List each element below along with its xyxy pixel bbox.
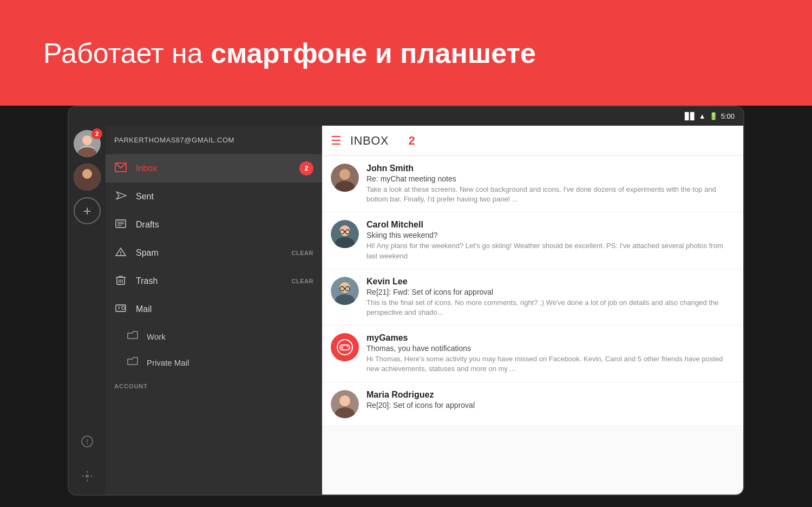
- add-account-button[interactable]: +: [74, 197, 101, 224]
- trash-icon: [114, 275, 127, 288]
- account-section-label: ACCOUNT: [106, 375, 322, 397]
- battery-icon: 🔋: [709, 112, 718, 120]
- banner-text: Работает на смартфоне и планшете: [43, 37, 536, 69]
- account-badge-1: 2: [91, 128, 102, 139]
- svg-point-10: [86, 474, 89, 478]
- email-subject-3: Re[21]: Fwd: Set of icons for approval: [366, 288, 735, 296]
- account-avatar-2[interactable]: [74, 164, 101, 191]
- nav-item-trash[interactable]: Trash CLEAR: [106, 267, 322, 295]
- sent-icon: [114, 191, 127, 203]
- email-content-3: Kevin Lee Re[21]: Fwd: Set of icons for …: [366, 277, 735, 317]
- email-subject-2: Skiing this weekend?: [366, 231, 735, 239]
- mail-label: Mail: [136, 304, 313, 314]
- email-avatar-2: [331, 220, 359, 248]
- svg-point-45: [349, 347, 350, 348]
- svg-point-47: [339, 395, 350, 406]
- info-button[interactable]: !: [77, 432, 97, 451]
- app-content: 2 +: [69, 126, 743, 495]
- avatar-image-2: [74, 164, 101, 191]
- spam-icon: [114, 247, 127, 259]
- svg-rect-24: [122, 307, 125, 309]
- avatar-column: 2 +: [69, 126, 106, 495]
- svg-text:!: !: [86, 438, 88, 446]
- account-email: PARKERTHOMAS87@GMAIL.COM: [114, 136, 234, 144]
- top-banner: Работает на смартфоне и планшете: [0, 0, 812, 106]
- email-subject-1: Re: myChat meeting notes: [366, 174, 735, 183]
- folder-icon-work: [127, 331, 138, 342]
- nav-sub-item-private-mail[interactable]: Private Mail: [106, 349, 322, 375]
- nav-item-sent[interactable]: Sent: [106, 183, 322, 211]
- email-item[interactable]: Kevin Lee Re[21]: Fwd: Set of icons for …: [322, 269, 743, 326]
- email-avatar-3: [331, 277, 359, 305]
- email-content-2: Carol Mitchell Skiing this weekend? Hi! …: [366, 220, 735, 261]
- email-avatar-1: [331, 164, 359, 192]
- email-item[interactable]: John Smith Re: myChat meeting notes Take…: [322, 156, 743, 212]
- sent-label: Sent: [136, 192, 313, 202]
- device-area: ▊▊ ▲ 🔋 5:00: [0, 106, 812, 507]
- email-avatar-4: [331, 333, 359, 361]
- nav-item-drafts[interactable]: Drafts: [106, 211, 322, 239]
- nav-item-mail[interactable]: Mail: [106, 295, 322, 323]
- email-item[interactable]: myGames Thomas, you have notifications H…: [322, 326, 743, 382]
- tablet-frame: ▊▊ ▲ 🔋 5:00: [68, 106, 744, 496]
- email-sender-5: Maria Rodriguez: [366, 390, 735, 400]
- email-item[interactable]: Maria Rodriguez Re[20]: Set of icons for…: [322, 382, 743, 426]
- mail-icon: [114, 303, 127, 316]
- svg-point-6: [82, 169, 92, 179]
- email-content-4: myGames Thomas, you have notifications H…: [366, 333, 735, 374]
- drafts-label: Drafts: [136, 220, 313, 230]
- nav-item-inbox[interactable]: Inbox 2: [106, 154, 322, 183]
- inbox-label: Inbox: [136, 164, 291, 173]
- account-avatar-1[interactable]: 2: [74, 130, 101, 157]
- inbox-icon: [114, 162, 127, 175]
- email-preview-2: Hi! Any plans for the weekend? Let's go …: [366, 241, 735, 261]
- svg-point-17: [120, 254, 121, 255]
- svg-point-35: [339, 282, 350, 293]
- status-icons: ▊▊ ▲ 🔋 5:00: [685, 112, 735, 120]
- email-preview-1: Take a look at these screens. New cool b…: [366, 185, 735, 204]
- spam-clear-button[interactable]: CLEAR: [292, 250, 313, 256]
- plus-icon: +: [83, 203, 91, 219]
- account-header: PARKERTHOMAS87@GMAIL.COM: [106, 126, 322, 154]
- nav-sub-item-work[interactable]: Work: [106, 323, 322, 349]
- inbox-count: 2: [408, 134, 415, 148]
- email-sender-3: Kevin Lee: [366, 277, 735, 287]
- email-sender-1: John Smith: [366, 164, 735, 173]
- folder-icon-private: [127, 357, 138, 368]
- email-list: ☰ INBOX 2 John Smith: [322, 126, 743, 495]
- work-label: Work: [147, 332, 166, 341]
- email-preview-4: Hi Thomas, Here's some activity you may …: [366, 354, 735, 374]
- drafts-icon: [114, 219, 127, 231]
- inbox-badge: 2: [299, 161, 313, 176]
- email-list-header: ☰ INBOX 2: [322, 126, 743, 156]
- email-sender-2: Carol Mitchell: [366, 220, 735, 230]
- trash-clear-button[interactable]: CLEAR: [292, 278, 313, 284]
- svg-rect-23: [116, 305, 126, 311]
- svg-point-3: [82, 135, 92, 145]
- email-item[interactable]: Carol Mitchell Skiing this weekend? Hi! …: [322, 212, 743, 269]
- nav-item-spam[interactable]: Spam CLEAR: [106, 239, 322, 267]
- svg-point-44: [347, 346, 348, 347]
- private-mail-label: Private Mail: [147, 358, 189, 367]
- trash-label: Trash: [136, 276, 283, 286]
- status-bar: ▊▊ ▲ 🔋 5:00: [69, 107, 743, 126]
- spam-label: Spam: [136, 248, 283, 258]
- email-avatar-5: [331, 390, 359, 418]
- svg-point-26: [339, 169, 350, 180]
- time-display: 5:00: [721, 112, 735, 120]
- email-subject-5: Re[20]: Set of icons for approval: [366, 401, 735, 410]
- email-preview-3: This is the final set of icons. No more …: [366, 298, 735, 317]
- inbox-title: INBOX: [350, 134, 389, 148]
- svg-point-29: [339, 225, 350, 236]
- email-sender-4: myGames: [366, 333, 735, 343]
- email-content-1: John Smith Re: myChat meeting notes Take…: [366, 164, 735, 204]
- settings-button[interactable]: [77, 466, 97, 486]
- wifi-icon: ▲: [699, 112, 706, 120]
- hamburger-icon[interactable]: ☰: [331, 134, 342, 148]
- signal-icon: ▊▊: [685, 112, 696, 120]
- email-subject-4: Thomas, you have notifications: [366, 344, 735, 353]
- email-content-5: Maria Rodriguez Re[20]: Set of icons for…: [366, 390, 735, 411]
- nav-sidebar: PARKERTHOMAS87@GMAIL.COM Inbox 2: [106, 126, 322, 495]
